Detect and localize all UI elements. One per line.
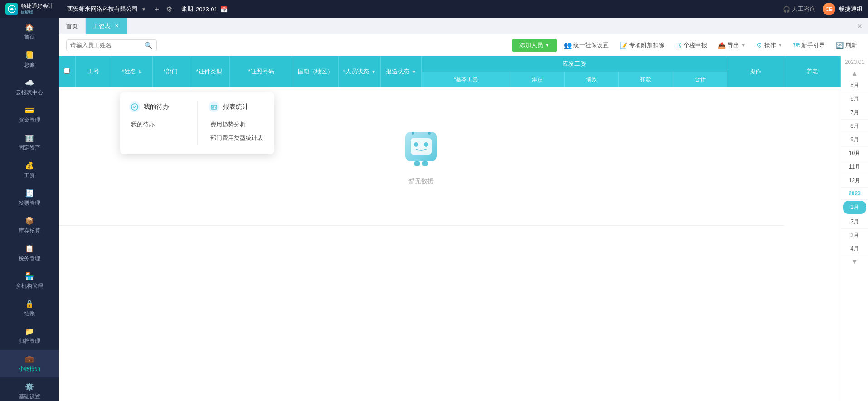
tax-report-icon: 🖨: [675, 42, 682, 49]
tab-salary-table[interactable]: 工资表 ✕: [86, 18, 127, 34]
customer-service-btn[interactable]: 🎧 人工咨询: [783, 5, 815, 13]
tab-home[interactable]: 首页: [59, 18, 86, 34]
sidebar-item-basic[interactable]: ⚙️ 基础设置: [0, 377, 59, 401]
popup-todo-item: 我的待办: [131, 121, 155, 128]
company-name: 西安虾米网络科技有限公司: [67, 5, 138, 13]
popup-col-reports: 报表统计 费用趋势分析 部门费用类型统计表: [209, 101, 266, 145]
user-avatar: CE: [823, 3, 835, 15]
year-2023-label: 2023: [841, 188, 868, 200]
main-layout: 🏠 首页 📒 总账 ☁️ 云报表中心 💳 资金管理 🏢 固定资产 💰 工资 🧾 …: [0, 18, 868, 401]
th-id: 工号: [75, 56, 112, 87]
month-2-2023[interactable]: 2月: [841, 215, 868, 229]
svg-rect-5: [414, 161, 420, 166]
add-person-label: 添加人员: [519, 41, 543, 49]
sidebar-item-assets[interactable]: 🏢 固定资产: [0, 129, 59, 156]
logo-text-block: 畅捷通好会计 旗舰版: [21, 3, 53, 15]
month-5[interactable]: 5月: [841, 79, 868, 92]
salary-icon: 💰: [25, 161, 34, 170]
cloud-icon: ☁️: [25, 78, 34, 87]
add-person-btn[interactable]: 添加人员 ▼: [512, 39, 557, 52]
sidebar-item-reports[interactable]: ☁️ 云报表中心: [0, 73, 59, 101]
month-6[interactable]: 6月: [841, 92, 868, 106]
sidebar-item-salary[interactable]: 💰 工资: [0, 156, 59, 184]
status-filter-icon[interactable]: ▼: [371, 69, 376, 74]
sidebar-item-tax[interactable]: 📋 税务管理: [0, 239, 59, 267]
operate-btn[interactable]: ⚙ 操作 ▼: [753, 39, 786, 51]
svg-rect-8: [428, 132, 431, 135]
month-3-2023[interactable]: 3月: [841, 229, 868, 242]
name-sort-icon[interactable]: ⇅: [138, 69, 142, 74]
tax-icon: 📋: [25, 244, 34, 253]
sidebar-item-ledger[interactable]: 📒 总账: [0, 46, 59, 73]
search-icon[interactable]: 🔍: [145, 42, 152, 49]
logo-icon: [5, 3, 18, 15]
sidebar-item-inventory[interactable]: 📦 库存核算: [0, 212, 59, 239]
social-security-btn[interactable]: 👥 统一社保设置: [560, 39, 612, 51]
th-dept: *部门: [152, 56, 189, 87]
month-9[interactable]: 9月: [841, 133, 868, 147]
new-guide-btn[interactable]: 🗺 新手引导: [790, 39, 829, 51]
year-panel: 2023.01 ▲ 5月 6月 7月 8月 9月 10月 11月 12月 202…: [841, 56, 868, 401]
month-12[interactable]: 12月: [841, 174, 868, 188]
month-4-2023[interactable]: 4月: [841, 242, 868, 256]
month-8[interactable]: 8月: [841, 120, 868, 133]
period-area: 账期 2023-01 📅: [181, 5, 228, 13]
settings-btn[interactable]: ⚙: [166, 5, 172, 14]
svg-point-4: [424, 142, 428, 147]
popup-item-dept-cost[interactable]: 部门费用类型统计表: [209, 131, 266, 145]
sidebar-label-assets: 固定资产: [19, 144, 40, 152]
headset-icon: 🎧: [783, 6, 790, 13]
deduction-btn[interactable]: 📝 专项附加扣除: [616, 39, 668, 51]
popup-item-cost-trend[interactable]: 费用趋势分析: [209, 118, 266, 131]
user-name-label: 畅捷通组: [839, 5, 863, 13]
popup-divider: [197, 101, 198, 145]
svg-rect-2: [411, 138, 432, 155]
month-11[interactable]: 11月: [841, 160, 868, 174]
month-7[interactable]: 7月: [841, 106, 868, 120]
month-1-2023[interactable]: 1月: [843, 201, 866, 214]
th-base-salary: *基本工资: [422, 72, 510, 87]
add-company-btn[interactable]: ＋: [153, 5, 160, 14]
home-icon: 🏠: [25, 23, 34, 32]
sidebar-item-invoice[interactable]: 🧾 发票管理: [0, 184, 59, 212]
header-actions: ＋ ⚙ 账期 2023-01 📅: [153, 5, 228, 14]
th-status: *人员状态 ▼: [338, 56, 381, 87]
toolbar: 🔍 添加人员 ▼ 👥 统一社保设置 📝 专项附加扣除 🖨 个税申报 📤: [59, 34, 868, 56]
period-label: 账期: [181, 5, 193, 13]
sidebar-item-home[interactable]: 🏠 首页: [0, 18, 59, 46]
guide-toolbar-label: 新手引导: [801, 41, 825, 49]
sidebar-item-close[interactable]: 🔒 结账: [0, 295, 59, 322]
tax-report-btn[interactable]: 🖨 个税申报: [672, 39, 711, 51]
th-checkbox[interactable]: [59, 56, 75, 87]
th-allowance: 津贴: [510, 72, 565, 87]
sidebar: 🏠 首页 📒 总账 ☁️ 云报表中心 💳 资金管理 🏢 固定资产 💰 工资 🧾 …: [0, 18, 59, 401]
search-input[interactable]: [70, 42, 143, 48]
export-btn[interactable]: 📤 导出 ▼: [714, 39, 749, 51]
year-panel-prev[interactable]: ▲: [850, 68, 860, 79]
sidebar-item-multi[interactable]: 🏪 多机构管理: [0, 267, 59, 295]
th-salary-group: 应发工资: [422, 56, 727, 72]
reports-header-icon: [209, 101, 219, 112]
refresh-btn[interactable]: 🔄 刷新: [832, 39, 861, 51]
report-filter-icon[interactable]: ▼: [412, 69, 416, 74]
company-selector[interactable]: 西安虾米网络科技有限公司 ▼: [67, 5, 146, 13]
sidebar-item-archive[interactable]: 📁 归档管理: [0, 322, 59, 350]
search-wrap: 🔍: [66, 39, 157, 51]
sidebar-label-reports: 云报表中心: [16, 89, 43, 97]
tab-close-btn[interactable]: ✕: [113, 23, 120, 29]
header-right: 🎧 人工咨询 CE 畅捷通组: [783, 3, 863, 15]
calendar-icon[interactable]: 📅: [220, 6, 228, 13]
sidebar-label-close: 结账: [24, 310, 35, 318]
window-close-btn[interactable]: ✕: [857, 23, 863, 30]
month-10[interactable]: 10月: [841, 147, 868, 160]
sidebar-item-xpao[interactable]: 💼 小畅报销: [0, 350, 59, 377]
tab-salary-label: 工资表: [93, 22, 111, 30]
popup-item-todo[interactable]: 我的待办: [129, 118, 186, 131]
year-panel-next[interactable]: ▼: [850, 256, 860, 267]
select-all-checkbox[interactable]: [64, 68, 70, 74]
refresh-label: 刷新: [845, 41, 857, 49]
app-sub-label: 旗舰版: [21, 10, 53, 15]
sidebar-label-ledger: 总账: [24, 61, 35, 69]
sidebar-item-finance[interactable]: 💳 资金管理: [0, 101, 59, 129]
export-label: 导出: [727, 41, 739, 49]
